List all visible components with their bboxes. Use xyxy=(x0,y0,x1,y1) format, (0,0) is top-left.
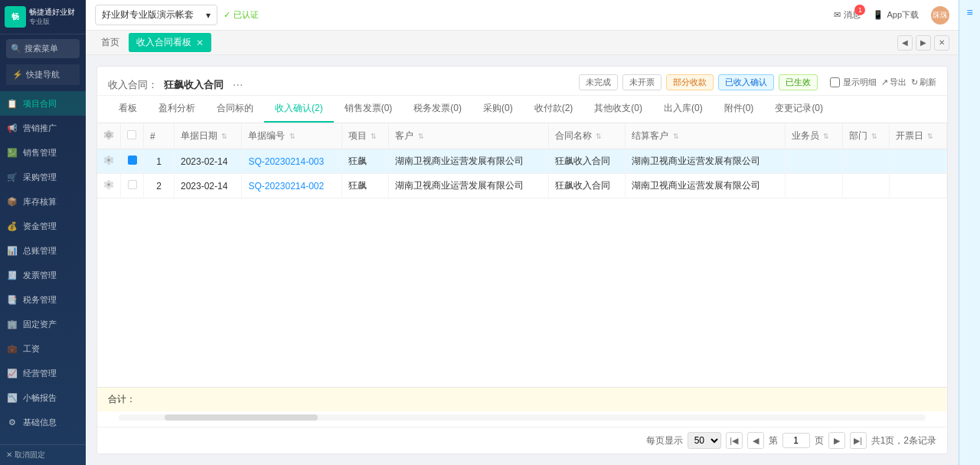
row-num: 1 xyxy=(144,149,175,174)
sales-icon: 💹 xyxy=(6,146,18,159)
tab-warehouse[interactable]: 出入库(0) xyxy=(653,96,714,123)
tab-revenue-confirm[interactable]: 收入确认(2) xyxy=(264,96,334,123)
col-check-header[interactable] xyxy=(121,123,144,149)
tab-kanban[interactable]: 看板 xyxy=(108,96,148,123)
status-partial[interactable]: 部分收款 xyxy=(666,74,714,90)
export-button[interactable]: ↗ 导出 xyxy=(881,77,906,88)
status-not-done[interactable]: 未完成 xyxy=(579,74,618,90)
message-action[interactable]: ✉ 1 消息 xyxy=(834,9,861,21)
quick-nav-button[interactable]: ⚡ 快捷导航 xyxy=(6,64,80,85)
sidebar-item-report[interactable]: 📉 小畅报告 xyxy=(0,385,86,410)
sidebar-item-label: 采购管理 xyxy=(23,172,57,183)
row-project: 狂飙 xyxy=(341,174,388,198)
tab-profit[interactable]: 盈利分析 xyxy=(148,96,206,123)
sidebar-item-basic[interactable]: ⚙ 基础信息 xyxy=(0,410,86,434)
tab-home[interactable]: 首页 xyxy=(95,36,126,49)
msg-badge: 1 xyxy=(854,5,865,15)
panel-icon: ≡ xyxy=(966,6,972,18)
horizontal-scrollbar[interactable] xyxy=(119,414,926,421)
tab-close-all-button[interactable]: ✕ xyxy=(934,35,949,51)
sidebar-item-asset[interactable]: 🏢 固定资产 xyxy=(0,312,86,336)
row-checkbox[interactable] xyxy=(128,180,137,189)
select-all-checkbox[interactable] xyxy=(127,130,136,139)
sidebar-item-tax[interactable]: 📑 税务管理 xyxy=(0,287,86,312)
sidebar-item-marketing[interactable]: 📢 营销推广 xyxy=(0,116,86,140)
sidebar-item-project[interactable]: 📋 项目合同 xyxy=(0,91,86,116)
col-project-header[interactable]: 项目 ⇅ xyxy=(341,123,388,149)
more-button[interactable]: ··· xyxy=(230,78,246,92)
sidebar-item-purchase[interactable]: 🛒 采购管理 xyxy=(0,165,86,189)
row-gear[interactable] xyxy=(97,174,121,198)
sort-icon: ⇅ xyxy=(927,133,933,140)
sidebar-item-mgmt[interactable]: 📈 经营管理 xyxy=(0,361,86,385)
tab-purchase[interactable]: 采购(0) xyxy=(472,96,524,123)
row-gear[interactable] xyxy=(97,149,121,174)
data-table-container: # 单据日期 ⇅ 单据编号 ⇅ 项目 ⇅ xyxy=(97,123,947,387)
tab-tax-invoice[interactable]: 税务发票(0) xyxy=(403,96,472,123)
sort-icon: ⇅ xyxy=(221,133,227,140)
last-page-button[interactable]: ▶| xyxy=(850,432,867,449)
col-settle-customer-header[interactable]: 结算客户 ⇅ xyxy=(626,123,786,149)
next-page-button[interactable]: ▶ xyxy=(828,432,845,449)
user-avatar-action[interactable]: 珠珠 xyxy=(931,6,949,25)
first-page-button[interactable]: |◀ xyxy=(726,432,743,449)
row-check[interactable] xyxy=(121,149,144,174)
tab-next-button[interactable]: ▶ xyxy=(916,35,931,51)
app-download-action[interactable]: 📱 App下载 xyxy=(873,9,919,21)
refresh-button[interactable]: ↻ 刷新 xyxy=(911,77,936,88)
total-info: 共1页，2条记录 xyxy=(871,434,936,447)
total-label: 合计： xyxy=(108,393,136,406)
sidebar-item-label: 经营管理 xyxy=(23,368,57,379)
tab-close-button[interactable]: ✕ xyxy=(196,38,204,48)
sidebar-item-general[interactable]: 📊 总账管理 xyxy=(0,238,86,263)
sort-icon: ⇅ xyxy=(823,133,829,140)
row-code-link[interactable]: SQ-20230214-002 xyxy=(248,181,324,192)
tab-contract-subject[interactable]: 合同标的 xyxy=(206,96,264,123)
row-code[interactable]: SQ-20230214-003 xyxy=(242,149,342,174)
page-number-input[interactable] xyxy=(782,433,810,448)
sidebar-item-labor[interactable]: 💼 工资 xyxy=(0,336,86,361)
status-not-invoiced[interactable]: 未开票 xyxy=(622,74,662,90)
table-row[interactable]: 1 2023-02-14 SQ-20230214-003 狂飙 湖南卫视商业运营… xyxy=(97,149,947,174)
tab-change-log[interactable]: 变更记录(0) xyxy=(764,96,834,123)
sidebar-item-label: 销售管理 xyxy=(23,147,57,159)
table-row[interactable]: 2 2023-02-14 SQ-20230214-002 狂飙 湖南卫视商业运营… xyxy=(97,174,947,198)
status-active[interactable]: 已生效 xyxy=(779,74,818,90)
col-gear-header[interactable] xyxy=(97,123,121,149)
row-code[interactable]: SQ-20230214-002 xyxy=(242,174,342,198)
tab-payment[interactable]: 收付款(2) xyxy=(524,96,584,123)
download-icon: 📱 xyxy=(873,10,884,20)
prev-page-button[interactable]: ◀ xyxy=(747,432,764,449)
tab-active[interactable]: 收入合同看板 ✕ xyxy=(129,33,211,52)
unpin-button[interactable]: ✕ 取消固定 xyxy=(0,444,86,465)
right-panel[interactable]: ≡ xyxy=(959,0,980,465)
col-contract-header[interactable]: 合同名称 ⇅ xyxy=(548,123,625,149)
sidebar-item-inventory[interactable]: 📦 库存核算 xyxy=(0,189,86,214)
sidebar-item-sales[interactable]: 💹 销售管理 xyxy=(0,140,86,165)
tab-sales-invoice[interactable]: 销售发票(0) xyxy=(334,96,403,123)
sidebar-item-capital[interactable]: 💰 资金管理 xyxy=(0,214,86,238)
sidebar-item-invoice[interactable]: 🧾 发票管理 xyxy=(0,263,86,287)
invoice-icon: 🧾 xyxy=(6,269,18,281)
col-salesman-header[interactable]: 业务员 ⇅ xyxy=(786,123,843,149)
scroll-thumb[interactable] xyxy=(165,414,318,421)
tab-prev-button[interactable]: ◀ xyxy=(897,35,913,51)
row-check[interactable] xyxy=(121,174,144,198)
show-detail-checkbox[interactable]: 显示明细 xyxy=(830,77,877,88)
col-code-label: 单据编号 xyxy=(248,130,285,141)
page-size-select[interactable]: 50 xyxy=(688,432,721,449)
search-menu-button[interactable]: 🔍 搜索菜单 xyxy=(6,39,80,58)
col-date-header[interactable]: 单据日期 ⇅ xyxy=(175,123,242,149)
row-checkbox[interactable] xyxy=(128,156,137,165)
tab-other-income[interactable]: 其他收支(0) xyxy=(583,96,653,123)
status-confirmed[interactable]: 已收入确认 xyxy=(718,74,774,90)
col-customer-header[interactable]: 客户 ⇅ xyxy=(389,123,549,149)
row-code-link[interactable]: SQ-20230214-003 xyxy=(248,156,324,167)
tab-attachment[interactable]: 附件(0) xyxy=(714,96,765,123)
show-detail-input[interactable] xyxy=(830,77,840,87)
col-open-date-label: 开票日 xyxy=(896,130,923,141)
col-dept-header[interactable]: 部门 ⇅ xyxy=(842,123,889,149)
col-code-header[interactable]: 单据编号 ⇅ xyxy=(242,123,342,149)
col-open-date-header[interactable]: 开票日 ⇅ xyxy=(890,123,947,149)
company-selector[interactable]: 好业财专业版演示帐套 ▾ xyxy=(95,5,217,25)
